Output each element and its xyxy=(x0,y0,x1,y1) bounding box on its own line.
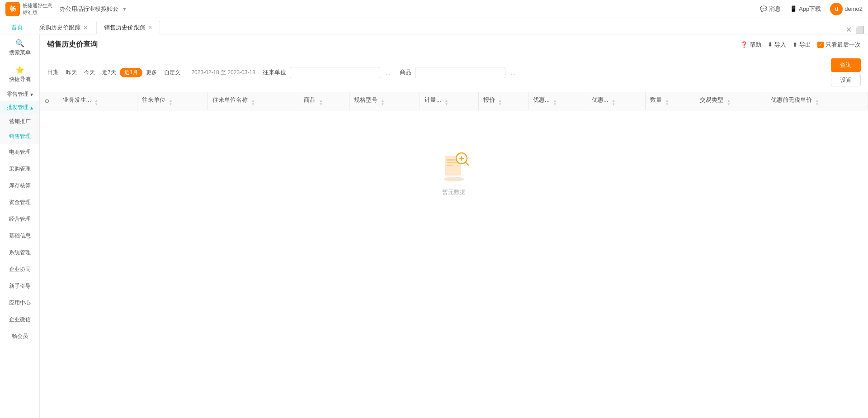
sort-quote[interactable]: ▲▼ xyxy=(498,99,502,106)
sidebar-item-marketing[interactable]: 营销推广 xyxy=(0,114,39,129)
sidebar-item-finance[interactable]: 资金管理 xyxy=(0,194,39,211)
settings-button[interactable]: 设置 xyxy=(831,74,861,86)
th-unit[interactable]: 计量... ▲▼ xyxy=(420,92,479,110)
sidebar-item-enterprise[interactable]: 企业协同 xyxy=(0,261,39,278)
wholesale-expand-icon: ▴ xyxy=(30,104,33,111)
app-title-dropdown[interactable]: ▼ xyxy=(122,6,127,12)
th-qty[interactable]: 数量 ▲▼ xyxy=(646,92,695,110)
app-icon: 📱 xyxy=(790,5,797,12)
goods-label: 商品 xyxy=(400,68,411,76)
date-filters: 昨天 今天 近7天 近1月 更多 自定义 xyxy=(62,68,184,77)
th-pre-tax-price[interactable]: 优惠前无税单价 ▲▼ xyxy=(766,92,868,110)
date-btn-yesterday[interactable]: 昨天 xyxy=(62,68,80,77)
nav-app-download[interactable]: 📱 App下载 xyxy=(790,5,821,13)
export-btn[interactable]: ⬆ 导出 xyxy=(793,41,811,49)
empty-state: 暂元数据 xyxy=(40,110,868,233)
message-icon: 💬 xyxy=(760,5,767,12)
sidebar-item-operations[interactable]: 经营管理 xyxy=(0,211,39,228)
filter-row: 日期 昨天 今天 近7天 近1月 更多 自定义 2023-02-18 至 202… xyxy=(47,54,861,92)
sort-partner-code[interactable]: ▲▼ xyxy=(169,99,173,106)
sort-pre-tax-price[interactable]: ▲▼ xyxy=(815,99,819,106)
sidebar-item-system[interactable]: 系统管理 xyxy=(0,244,39,261)
empty-text: 暂元数据 xyxy=(442,188,466,196)
page-title-row: 销售历史价查询 ❓ 帮助 ⬇ 导入 ⬆ 导出 ✓ xyxy=(47,40,861,49)
sidebar-item-basic-info[interactable]: 基础信息 xyxy=(0,228,39,244)
sidebar-item-newbie[interactable]: 新手引导 xyxy=(0,278,39,294)
th-settings[interactable]: ⚙ xyxy=(40,92,58,110)
goods-input[interactable] xyxy=(415,67,505,78)
sidebar-item-wholesale-mgmt[interactable]: 批发管理 ▴ xyxy=(0,101,39,114)
sidebar-item-wechat[interactable]: 企业微信 xyxy=(0,311,39,328)
logo-text: 畅捷通好生意 标准版 xyxy=(23,2,52,15)
logo-area: 畅 畅捷通好生意 标准版 xyxy=(5,2,52,16)
th-discount2[interactable]: 优惠... ▲▼ xyxy=(587,92,646,110)
th-goods[interactable]: 商品 ▲▼ xyxy=(299,92,349,110)
checkbox-icon: ✓ xyxy=(817,42,824,48)
goods-dots[interactable]: ... xyxy=(509,69,518,76)
sidebar-item-purchase[interactable]: 采购管理 xyxy=(0,161,39,177)
tab-bar-actions: ✕ ⬜ xyxy=(846,25,864,34)
import-btn[interactable]: ⬇ 导入 xyxy=(768,41,786,49)
sidebar-item-quick-nav[interactable]: ⭐ 快捷导航 xyxy=(0,61,39,88)
content-area: 销售历史价查询 ❓ 帮助 ⬇ 导入 ⬆ 导出 ✓ xyxy=(40,34,868,418)
logo-icon: 畅 xyxy=(5,2,20,16)
tab-purchase-history[interactable]: 采购历史价跟踪 ✕ xyxy=(32,20,95,34)
tab-home[interactable]: 首页 xyxy=(4,20,31,34)
sort-partner-name[interactable]: ▲▼ xyxy=(251,99,255,106)
tab-sales-close[interactable]: ✕ xyxy=(148,24,152,31)
page-header: 销售历史价查询 ❓ 帮助 ⬇ 导入 ⬆ 导出 ✓ xyxy=(40,34,868,92)
th-spec[interactable]: 规格型号 ▲▼ xyxy=(349,92,420,110)
search-menu-icon: 🔍 xyxy=(15,39,24,48)
nav-message[interactable]: 💬 消息 xyxy=(760,5,781,13)
tab-maximize[interactable]: ⬜ xyxy=(855,25,864,34)
th-trade-type[interactable]: 交易类型 ▲▼ xyxy=(695,92,766,110)
tab-bar: 首页 采购历史价跟踪 ✕ 销售历史价跟踪 ✕ ✕ ⬜ xyxy=(0,18,868,34)
app-title: 办公用品行业模拟账套 xyxy=(60,5,118,13)
main-layout: 🔍 搜索菜单 ⭐ 快捷导航 零售管理 ▾ 批发管理 ▴ 营销推广 销售管理 电商… xyxy=(0,34,868,418)
nav-user[interactable]: d demo2 xyxy=(830,3,863,15)
date-btn-more[interactable]: 更多 xyxy=(142,68,160,77)
sidebar-item-app-center[interactable]: 应用中心 xyxy=(0,294,39,311)
partner-input[interactable] xyxy=(290,67,380,78)
sort-discount1[interactable]: ▲▼ xyxy=(553,99,557,106)
tab-sales-history[interactable]: 销售历史价跟踪 ✕ xyxy=(96,21,160,34)
sort-biz-date[interactable]: ▲▼ xyxy=(94,99,98,106)
date-btn-today[interactable]: 今天 xyxy=(80,68,99,77)
action-buttons: 查询 设置 xyxy=(831,58,861,86)
th-quote[interactable]: 报价 ▲▼ xyxy=(478,92,528,110)
only-last-checkbox[interactable]: ✓ 只看最后一次 xyxy=(817,41,861,49)
svg-line-8 xyxy=(465,162,468,165)
sidebar-item-ecommerce[interactable]: 电商管理 xyxy=(0,144,39,161)
th-discount1[interactable]: 优惠... ▲▼ xyxy=(528,92,587,110)
goods-filter-group: 商品 ... xyxy=(400,67,518,78)
svg-rect-2 xyxy=(447,159,456,161)
th-partner-name[interactable]: 往来单位名称 ▲▼ xyxy=(208,92,299,110)
sidebar-item-inventory[interactable]: 库存核算 xyxy=(0,177,39,194)
top-bar-right: 💬 消息 📱 App下载 d demo2 xyxy=(760,3,863,15)
sort-trade-type[interactable]: ▲▼ xyxy=(727,99,731,106)
tab-purchase-close[interactable]: ✕ xyxy=(83,24,88,31)
sidebar-sub-wholesale: 营销推广 销售管理 xyxy=(0,114,39,144)
partner-label: 往来单位 xyxy=(263,68,286,76)
sort-qty[interactable]: ▲▼ xyxy=(665,99,669,106)
th-biz-date[interactable]: 业务发生... ▲▼ xyxy=(58,92,137,110)
sidebar-item-search-menu[interactable]: 🔍 搜索菜单 xyxy=(0,34,39,61)
sort-spec[interactable]: ▲▼ xyxy=(381,99,384,106)
sort-unit[interactable]: ▲▼ xyxy=(445,99,448,106)
sidebar-item-sales-mgmt[interactable]: 销售管理 xyxy=(0,129,39,144)
table-settings-icon[interactable]: ⚙ xyxy=(44,98,50,104)
tab-close-all[interactable]: ✕ xyxy=(846,25,852,34)
date-btn-1month[interactable]: 近1月 xyxy=(120,68,143,77)
import-icon: ⬇ xyxy=(768,41,773,48)
help-btn[interactable]: ❓ 帮助 xyxy=(741,41,761,49)
date-btn-custom[interactable]: 自定义 xyxy=(160,68,184,77)
query-button[interactable]: 查询 xyxy=(831,58,861,72)
sort-goods[interactable]: ▲▼ xyxy=(319,99,323,106)
empty-icon xyxy=(436,147,472,183)
partner-dots[interactable]: ... xyxy=(384,69,392,76)
sort-discount2[interactable]: ▲▼ xyxy=(612,99,615,106)
th-partner-code[interactable]: 往来单位 ▲▼ xyxy=(137,92,208,110)
sidebar-item-retail-mgmt[interactable]: 零售管理 ▾ xyxy=(0,88,39,101)
date-btn-7days[interactable]: 近7天 xyxy=(99,68,120,77)
sidebar-item-vip[interactable]: 畅会员 xyxy=(0,328,39,345)
